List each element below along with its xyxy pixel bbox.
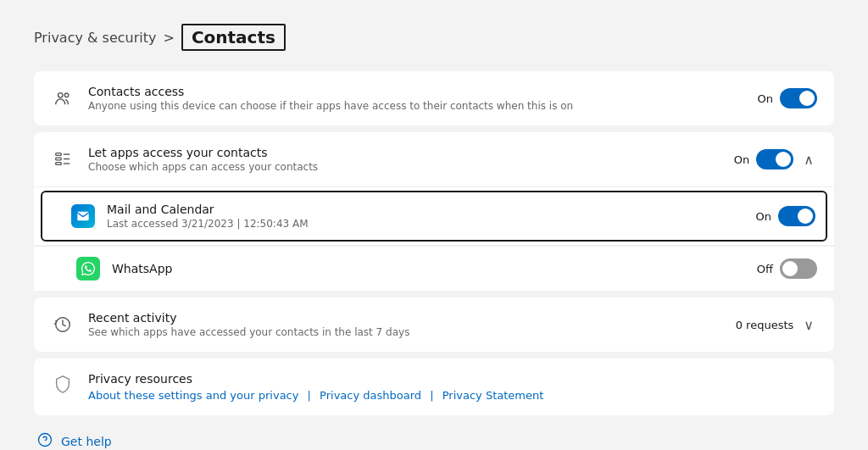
mail-calendar-wrapper: Mail and Calendar Last accessed 3/21/202… [34,187,834,246]
toggle-thumb-2 [776,152,791,167]
let-apps-icon [51,147,75,171]
let-apps-toggle[interactable] [756,149,793,169]
contacts-icon [51,86,75,110]
contacts-access-section: Contacts access Anyone using this device… [34,71,834,125]
mail-calendar-status: On [756,210,771,223]
recent-activity-title: Recent activity [88,311,722,325]
privacy-link-dashboard[interactable]: Privacy dashboard [320,389,421,402]
privacy-resources-title: Privacy resources [88,372,543,386]
mail-calendar-icon [71,204,95,228]
recent-activity-desc: See which apps have accessed your contac… [88,326,722,338]
whatsapp-row: WhatsApp Off [34,246,834,291]
contacts-access-info: Contacts access Anyone using this device… [88,85,744,112]
privacy-content: Privacy resources About these settings a… [88,372,543,402]
recent-activity-row: Recent activity See which apps have acce… [34,297,834,352]
breadcrumb-parent[interactable]: Privacy & security [34,30,156,46]
mail-calendar-info: Mail and Calendar Last accessed 3/21/202… [107,203,744,230]
breadcrumb-current: Contacts [181,24,286,51]
breadcrumb: Privacy & security > Contacts [34,24,834,51]
recent-activity-control: 0 requests ∨ [736,315,817,335]
contacts-access-toggle[interactable] [780,88,817,108]
get-help-label: Get help [61,435,112,448]
mail-calendar-row: Mail and Calendar Last accessed 3/21/202… [41,191,827,242]
let-apps-status: On [734,153,749,166]
let-apps-row: Let apps access your contacts Choose whi… [34,132,834,187]
footer: Get help Give feedback [34,432,834,450]
let-apps-chevron[interactable]: ∧ [800,150,817,169]
recent-activity-status: 0 requests [736,319,794,331]
svg-point-1 [64,93,69,97]
whatsapp-icon [76,257,100,281]
contacts-access-status: On [758,92,773,105]
privacy-link-statement[interactable]: Privacy Statement [442,389,544,402]
breadcrumb-separator: > [163,30,174,46]
mail-calendar-toggle[interactable] [778,206,815,226]
toggle-thumb-4 [782,261,798,276]
let-apps-section: Let apps access your contacts Choose whi… [34,132,834,291]
recent-activity-chevron[interactable]: ∨ [800,315,817,335]
privacy-resources-section: Privacy resources About these settings a… [34,358,834,415]
whatsapp-control: Off [757,258,817,279]
svg-rect-2 [56,153,61,156]
let-apps-info: Let apps access your contacts Choose whi… [88,146,721,173]
whatsapp-toggle[interactable] [780,258,817,279]
contacts-access-control: On [758,88,817,108]
get-help-link[interactable]: Get help [37,432,834,450]
get-help-icon [37,432,53,450]
privacy-links: About these settings and your privacy | … [88,389,543,402]
toggle-thumb [799,91,815,106]
let-apps-desc: Choose which apps can access your contac… [88,161,721,173]
contacts-access-title: Contacts access [88,85,744,98]
toggle-thumb-3 [798,208,813,224]
contacts-access-row: Contacts access Anyone using this device… [34,71,834,125]
svg-rect-4 [56,163,61,165]
privacy-row: Privacy resources About these settings a… [51,372,817,402]
privacy-shield-icon [51,372,75,396]
whatsapp-info: WhatsApp [112,262,745,275]
svg-point-0 [58,93,64,98]
mail-calendar-control: On [756,206,815,226]
contacts-access-desc: Anyone using this device can choose if t… [88,100,744,112]
privacy-link-settings[interactable]: About these settings and your privacy [88,389,298,402]
whatsapp-status: Off [757,263,773,275]
whatsapp-title: WhatsApp [112,262,745,275]
let-apps-control: On ∧ [734,149,817,169]
recent-activity-icon [51,313,75,336]
svg-point-9 [39,434,52,447]
recent-activity-section: Recent activity See which apps have acce… [34,297,834,352]
let-apps-title: Let apps access your contacts [88,146,721,159]
mail-calendar-last-accessed: Last accessed 3/21/2023 | 12:50:43 AM [107,218,744,230]
svg-rect-3 [56,158,61,160]
recent-activity-info: Recent activity See which apps have acce… [88,311,722,338]
mail-calendar-title: Mail and Calendar [107,203,744,216]
